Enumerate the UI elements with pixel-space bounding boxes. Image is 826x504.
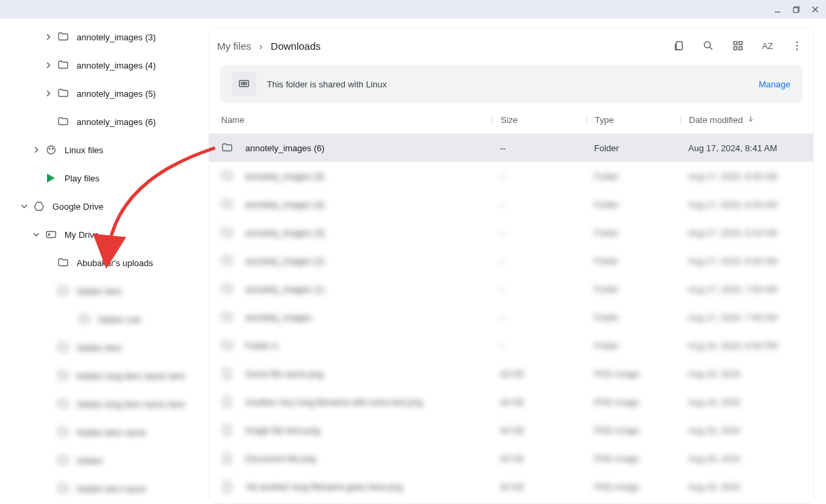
folder-icon: [56, 341, 70, 354]
expand-icon[interactable]: [44, 259, 52, 267]
banner-text: This folder is shared with Linux: [267, 79, 386, 89]
table-row[interactable]: annotely_images (5)--FolderAug 17, 2024,…: [209, 162, 813, 190]
expand-icon[interactable]: [44, 287, 52, 295]
table-row[interactable]: annotely_images (4)--FolderAug 17, 2024,…: [209, 190, 813, 218]
file-name: Some file name.png: [245, 369, 323, 379]
table-row[interactable]: Another very long filename with extra te…: [209, 388, 813, 416]
expand-icon[interactable]: [44, 456, 52, 464]
sidebar-item[interactable]: annotely_images (6): [0, 108, 202, 136]
sidebar-item[interactable]: annotely_images (3): [0, 23, 202, 51]
sort-button[interactable]: AZ: [759, 38, 776, 54]
svg-rect-15: [734, 47, 737, 50]
sidebar: annotely_images (3)annotely_images (4)an…: [0, 19, 202, 504]
expand-icon[interactable]: [44, 428, 52, 436]
file-name: Folder A: [245, 341, 278, 351]
file-type: Folder: [586, 312, 680, 323]
sidebar-item-label: hidden sub: [98, 314, 141, 325]
expand-icon[interactable]: [44, 118, 52, 126]
svg-point-18: [796, 45, 798, 46]
expand-icon[interactable]: [66, 315, 74, 323]
expand-icon[interactable]: [32, 230, 40, 239]
sidebar-item-label: hidden item: [77, 286, 122, 296]
svg-point-5: [47, 146, 55, 154]
expand-icon[interactable]: [32, 146, 40, 154]
minimize-button[interactable]: [771, 3, 784, 16]
col-date[interactable]: Date modified: [680, 115, 801, 125]
sidebar-item[interactable]: hidden: [0, 446, 202, 474]
sidebar-item[interactable]: hidden sub: [0, 305, 202, 333]
folder-icon: [221, 142, 233, 154]
sidebar-item[interactable]: annotely_images (5): [0, 79, 202, 108]
sidebar-item[interactable]: Play files: [0, 164, 202, 192]
sidebar-item[interactable]: Abubakar's uploads: [0, 249, 202, 277]
file-name: annotely_images (1): [245, 284, 325, 294]
expand-icon[interactable]: [44, 61, 52, 69]
table-row[interactable]: Folder A--FolderAug 16, 2024, 6:00 PM: [209, 331, 813, 360]
sidebar-item-label: Google Drive: [52, 202, 104, 212]
sidebar-item[interactable]: Google Drive: [0, 192, 202, 220]
file-name: Image file here.png: [245, 425, 320, 435]
shared-banner: This folder is shared with Linux Manage: [220, 65, 802, 103]
expand-icon[interactable]: [44, 33, 52, 41]
svg-point-11: [704, 42, 710, 48]
expand-icon[interactable]: [44, 400, 52, 408]
sidebar-item[interactable]: hidden item name: [0, 474, 202, 503]
table-row[interactable]: annotely_images--FolderAug 17, 2024, 7:4…: [209, 303, 813, 331]
col-type[interactable]: Type: [586, 115, 680, 125]
table-row[interactable]: annotely_images (1)--FolderAug 17, 2024,…: [209, 275, 813, 303]
sidebar-item-label: annotely_images (4): [77, 60, 156, 71]
file-name: annotely_images: [245, 312, 311, 323]
file-date: Aug 17, 2024, 8:10 AM: [680, 228, 801, 238]
sidebar-item-label: hidden: [77, 456, 103, 466]
table-header: Name Size Type Date modified: [209, 107, 813, 134]
sidebar-item[interactable]: My Drive: [0, 220, 202, 249]
window-titlebar: [0, 0, 826, 19]
table-row[interactable]: annotely_images (2)--FolderAug 17, 2024,…: [209, 247, 813, 275]
sidebar-item[interactable]: hidden long item name here: [0, 362, 202, 390]
file-size: --: [492, 143, 586, 153]
file-type: PNG image: [586, 482, 680, 492]
col-size[interactable]: Size: [492, 115, 586, 125]
sidebar-item[interactable]: hidden item: [0, 277, 202, 305]
clipboard-button[interactable]: [671, 38, 687, 54]
file-type: Folder: [586, 341, 680, 351]
file-date: Aug 17, 2024, 7:50 AM: [680, 284, 801, 294]
expand-icon[interactable]: [44, 89, 52, 97]
expand-icon[interactable]: [44, 343, 52, 351]
file-size: --: [492, 341, 586, 351]
sidebar-item[interactable]: hidden item: [0, 333, 202, 362]
file-name: Document file.png: [245, 454, 316, 464]
expand-icon[interactable]: [20, 202, 28, 210]
sidebar-item[interactable]: hidden item name: [0, 418, 202, 446]
expand-icon[interactable]: [44, 372, 52, 380]
table-row[interactable]: Some file name.png40 KBPNG imageAug 16, …: [209, 360, 813, 388]
more-button[interactable]: [789, 38, 805, 54]
col-name[interactable]: Name: [221, 115, 492, 125]
close-button[interactable]: [809, 3, 822, 16]
file-size: 40 KB: [492, 369, 586, 379]
breadcrumb-current[interactable]: Downloads: [271, 40, 321, 52]
maximize-button[interactable]: [790, 3, 803, 16]
file-type: PNG image: [586, 425, 680, 435]
search-button[interactable]: [700, 38, 716, 54]
table-row[interactable]: Image file here.png40 KBPNG imageAug 16,…: [209, 416, 813, 444]
expand-icon[interactable]: [32, 174, 40, 182]
folder-icon: [56, 87, 70, 100]
grid-view-button[interactable]: [730, 38, 746, 54]
file-name: annotely_images (2): [245, 256, 325, 266]
table-row[interactable]: Document file.png40 KBPNG imageAug 16, 2…: [209, 444, 813, 472]
sidebar-item-label: hidden item name: [77, 484, 146, 494]
table-row[interactable]: annotely_images (6)--FolderAug 17, 2024,…: [209, 134, 813, 162]
breadcrumb-root[interactable]: My files: [217, 40, 251, 52]
sidebar-item[interactable]: annotely_images (4): [0, 51, 202, 79]
table-row[interactable]: Yet another long filename goes here.png4…: [209, 472, 813, 501]
sidebar-item-label: hidden item name: [77, 427, 146, 437]
sidebar-item[interactable]: Linux files: [0, 136, 202, 164]
main-panel: My files › Downloads AZ: [202, 19, 826, 504]
manage-link[interactable]: Manage: [759, 79, 790, 89]
table-row[interactable]: annotely_images (3)--FolderAug 17, 2024,…: [209, 218, 813, 247]
svg-point-17: [796, 42, 798, 43]
expand-icon[interactable]: [44, 485, 52, 493]
sidebar-item[interactable]: hidden long item name here: [0, 390, 202, 418]
mydrive-icon: [44, 228, 58, 241]
